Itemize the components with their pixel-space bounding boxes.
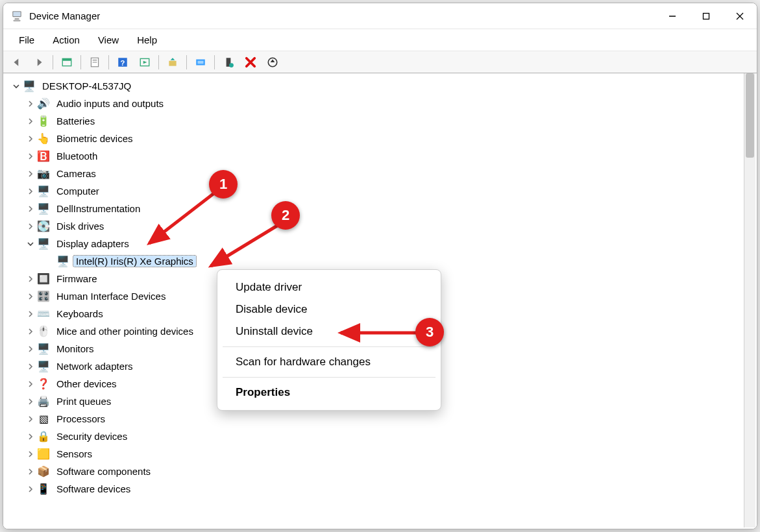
ctx-properties[interactable]: Properties	[217, 381, 441, 404]
close-button[interactable]	[723, 3, 757, 29]
chevron-placeholder	[45, 256, 55, 267]
chevron-down-icon[interactable]	[25, 239, 36, 249]
menu-action[interactable]: Action	[43, 32, 89, 48]
tree-item-label: Security devices	[54, 431, 130, 442]
chevron-right-icon[interactable]	[25, 326, 36, 337]
tree-item-processors[interactable]: ▧Processors	[11, 410, 742, 428]
tree-item-label: Keyboards	[54, 308, 106, 319]
chevron-right-icon[interactable]	[25, 396, 36, 407]
svg-rect-2	[15, 18, 19, 19]
scan-button[interactable]	[191, 54, 210, 71]
chevron-right-icon[interactable]	[25, 99, 36, 109]
action-button[interactable]	[135, 54, 154, 71]
chevron-right-icon[interactable]	[25, 361, 36, 372]
tree-item-root[interactable]: 🖥️DESKTOP-4L537JQ	[11, 77, 742, 95]
scrollbar-thumb[interactable]	[746, 73, 754, 158]
sensors-icon: 🟨	[37, 448, 50, 461]
tree-item-label: Processors	[54, 413, 108, 424]
chevron-right-icon[interactable]	[25, 379, 36, 389]
chevron-right-icon[interactable]	[25, 151, 36, 162]
chevron-right-icon[interactable]	[25, 466, 36, 477]
tree-item-label: Disk drives	[54, 221, 106, 232]
tree-item-label: Biometric devices	[54, 133, 136, 144]
tree-item-label: Audio inputs and outputs	[54, 98, 166, 109]
chevron-right-icon[interactable]	[25, 291, 36, 302]
tree-item-security[interactable]: 🔒Security devices	[11, 428, 742, 445]
menu-file[interactable]: File	[10, 32, 43, 48]
tree-item-swcomp[interactable]: 📦Software components	[11, 463, 742, 480]
chevron-right-icon[interactable]	[25, 309, 36, 319]
tree-item-dellinstr[interactable]: 🖥️DellInstrumentation	[11, 200, 742, 217]
tree-item-label: Other devices	[54, 378, 119, 389]
chevron-right-icon[interactable]	[25, 186, 36, 197]
tree-item-disk[interactable]: 💽Disk drives	[11, 217, 742, 235]
ctx-separator	[223, 346, 435, 347]
chevron-right-icon[interactable]	[25, 274, 36, 284]
cameras-icon: 📷	[37, 167, 50, 180]
toolbar-separator	[108, 55, 109, 69]
tree-item-batteries[interactable]: 🔋Batteries	[11, 112, 742, 130]
other-icon: ❓	[37, 378, 50, 391]
uninstall-button[interactable]	[241, 54, 260, 71]
menu-view[interactable]: View	[89, 32, 128, 48]
svg-point-21	[229, 63, 234, 67]
tree-item-label: DellInstrumentation	[54, 203, 143, 214]
tree-item-display[interactable]: 🖥️Display adapters	[11, 235, 742, 252]
tree-item-label: Human Interface Devices	[54, 291, 168, 302]
ctx-disable-device[interactable]: Disable device	[217, 298, 441, 320]
menu-help[interactable]: Help	[128, 32, 166, 48]
chevron-right-icon[interactable]	[25, 344, 36, 354]
toolbar: ?	[3, 51, 757, 73]
show-hidden-button[interactable]	[57, 54, 77, 71]
chevron-right-icon[interactable]	[25, 484, 36, 494]
chevron-right-icon[interactable]	[25, 449, 36, 459]
ctx-uninstall-device[interactable]: Uninstall device	[217, 320, 441, 343]
properties-button[interactable]	[85, 54, 104, 71]
chevron-right-icon[interactable]	[25, 221, 36, 232]
back-button[interactable]	[7, 54, 27, 71]
chevron-right-icon[interactable]	[25, 169, 36, 179]
toolbar-separator	[214, 55, 215, 69]
svg-rect-19	[198, 60, 204, 64]
chevron-right-icon[interactable]	[25, 414, 36, 424]
maximize-button[interactable]	[689, 3, 723, 29]
tree-item-label: Batteries	[54, 115, 97, 127]
tree-item-computer[interactable]: 🖥️Computer	[11, 182, 742, 200]
window-title: Device Manager	[29, 10, 100, 21]
tree-item-biometric[interactable]: 👆Biometric devices	[11, 130, 742, 147]
vertical-scrollbar[interactable]	[744, 73, 755, 527]
minimize-button[interactable]	[656, 3, 689, 29]
refresh-button[interactable]	[263, 54, 282, 71]
tree-item-igpu[interactable]: 🖥️Intel(R) Iris(R) Xe Graphics	[11, 252, 742, 270]
tree-item-sensors[interactable]: 🟨Sensors	[11, 445, 742, 463]
help-button[interactable]: ?	[113, 54, 132, 71]
ctx-update-driver[interactable]: Update driver	[217, 276, 441, 298]
tree-item-swdev[interactable]: 📱Software devices	[11, 480, 742, 498]
svg-rect-1	[13, 12, 20, 16]
enable-button[interactable]	[219, 54, 238, 71]
chevron-down-icon[interactable]	[11, 81, 21, 91]
ctx-scan-hardware[interactable]: Scan for hardware changes	[217, 351, 441, 373]
app-icon	[11, 10, 23, 22]
toolbar-separator	[158, 55, 159, 69]
firmware-icon: 🔲	[37, 272, 50, 285]
svg-rect-5	[704, 13, 709, 19]
forward-button[interactable]	[29, 54, 49, 71]
tree-item-label: Software devices	[54, 483, 133, 494]
swcomp-icon: 📦	[37, 465, 50, 478]
tree-item-label: DESKTOP-4L537JQ	[40, 80, 134, 91]
chevron-right-icon[interactable]	[25, 116, 36, 127]
device-manager-window: Device Manager File Action View Help ?	[3, 3, 757, 529]
tree-item-label: Intel(R) Iris(R) Xe Graphics	[73, 256, 196, 267]
update-button[interactable]	[163, 54, 182, 71]
window-controls	[656, 3, 757, 29]
tree-item-bluetooth[interactable]: 🅱️Bluetooth	[11, 147, 742, 165]
netadapters-icon: 🖥️	[37, 360, 50, 373]
tree-item-audio[interactable]: 🔊Audio inputs and outputs	[11, 95, 742, 112]
toolbar-separator	[53, 55, 53, 69]
chevron-right-icon[interactable]	[25, 134, 36, 144]
chevron-right-icon[interactable]	[25, 204, 36, 214]
tree-item-label: Network adapters	[54, 361, 136, 372]
tree-item-cameras[interactable]: 📷Cameras	[11, 165, 742, 182]
chevron-right-icon[interactable]	[25, 431, 36, 442]
